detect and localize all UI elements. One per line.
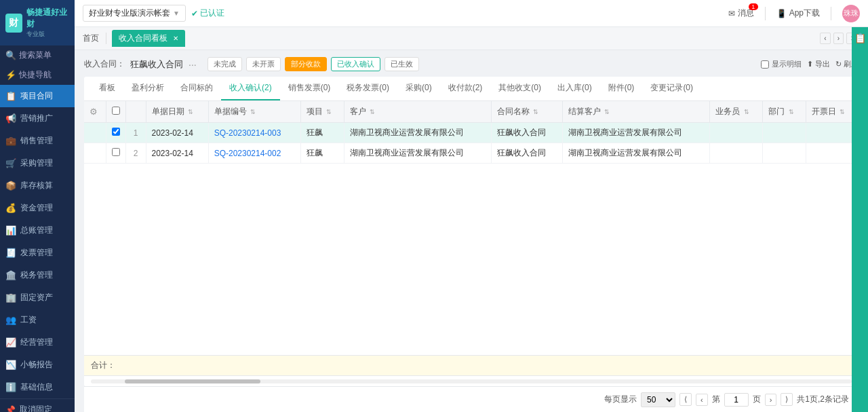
- col-salesman-header[interactable]: 业务员 ⇅: [710, 101, 763, 123]
- status-effective[interactable]: 已生效: [384, 57, 419, 71]
- col-date-header[interactable]: 单据日期 ⇅: [146, 101, 208, 123]
- divider: [765, 7, 766, 20]
- export-button[interactable]: ⬆ 导出: [807, 59, 830, 69]
- main-area: 好业财专业版演示帐套 ▼ ✔ 已认证 ✉ 消息 1 📱 App下载 珠珠: [75, 0, 868, 412]
- company-selector[interactable]: 好业财专业版演示帐套 ▼: [83, 5, 186, 22]
- scroll-thumb[interactable]: [125, 379, 260, 383]
- tab-prev-button[interactable]: ‹: [820, 33, 830, 44]
- show-detail-checkbox[interactable]: 显示明细: [761, 59, 802, 69]
- per-page-label: 每页显示: [604, 394, 637, 405]
- table-area: ⚙ 单据日期 ⇅ 单据编号: [84, 101, 859, 355]
- row1-date: 2023-02-14: [146, 123, 208, 143]
- marketing-icon: 📢: [5, 113, 16, 124]
- col-contract-name-header[interactable]: 合同名称 ⇅: [492, 101, 563, 123]
- row1-check[interactable]: [106, 123, 125, 143]
- sidebar-item-tax[interactable]: 🏛️ 税务管理: [0, 264, 75, 286]
- per-page-select[interactable]: 50 10 20 100: [641, 392, 675, 407]
- sidebar-item-inventory[interactable]: 📦 库存核算: [0, 174, 75, 197]
- app-download-button[interactable]: 📱 App下载: [776, 7, 820, 19]
- row2-check[interactable]: [106, 143, 125, 164]
- tab-sales-invoice[interactable]: 销售发票(0): [280, 77, 339, 100]
- right-panel-icon[interactable]: 📋: [852, 30, 869, 46]
- sidebar-item-capital[interactable]: 💰 资金管理: [0, 197, 75, 219]
- page-number-input[interactable]: [724, 393, 749, 407]
- open-date-sort-icon: ⇅: [840, 109, 845, 115]
- sidebar-item-invoice[interactable]: 🧾 发票管理: [0, 242, 75, 264]
- tab-kanban[interactable]: 看板: [91, 77, 123, 100]
- row2-settle-customer: 湖南卫视商业运营发展有限公司: [562, 143, 709, 164]
- sidebar-item-summary[interactable]: 📊 总账管理: [0, 219, 75, 242]
- contract-more-button[interactable]: ···: [189, 59, 197, 70]
- row2-code[interactable]: SQ-20230214-002: [208, 143, 300, 164]
- fixed-assets-icon: 🏢: [5, 293, 16, 303]
- prev-page-button[interactable]: ‹: [696, 394, 708, 406]
- basic-info-icon: ℹ️: [5, 382, 16, 392]
- sidebar-item-purchase[interactable]: 🛒 采购管理: [0, 152, 75, 174]
- col-settle-customer-header[interactable]: 结算客户 ⇅: [562, 101, 709, 123]
- sidebar-logo: 财 畅捷通好业财 专业版: [0, 0, 75, 45]
- pin-icon: 📌: [5, 405, 16, 413]
- quick-nav-item[interactable]: ⚡ 快捷导航: [0, 65, 75, 85]
- sidebar-item-marketing[interactable]: 📢 营销推广: [0, 107, 75, 130]
- home-tab[interactable]: 首页: [83, 33, 106, 44]
- search-menu-item[interactable]: 🔍 搜索菜单: [0, 45, 75, 65]
- first-page-button[interactable]: ⟨: [679, 393, 692, 406]
- col-code-header[interactable]: 单据编号 ⇅: [208, 101, 300, 123]
- show-detail-input[interactable]: [761, 60, 769, 69]
- tab-next-button[interactable]: ›: [833, 33, 844, 44]
- active-tab[interactable]: 收入合同看板 ✕: [112, 30, 185, 47]
- row1-customer: 湖南卫视商业运营发展有限公司: [344, 123, 491, 143]
- tab-contract-std[interactable]: 合同标的: [172, 77, 221, 100]
- tab-attachment[interactable]: 附件(0): [600, 77, 643, 100]
- tab-tax-invoice[interactable]: 税务发票(0): [338, 77, 397, 100]
- tab-income-confirm[interactable]: 收入确认(2): [221, 77, 280, 100]
- operation-icon: 📈: [5, 337, 16, 348]
- tab-label: 收入合同看板: [119, 33, 167, 44]
- status-confirmed[interactable]: 已收入确认: [331, 57, 380, 71]
- col-dept-header[interactable]: 部门 ⇅: [763, 101, 806, 123]
- table-row[interactable]: 2 2023-02-14 SQ-20230214-002 狂飙 湖南卫视商业运营…: [84, 143, 859, 164]
- tab-change-record[interactable]: 变更记录(0): [642, 77, 701, 100]
- status-not-invoiced[interactable]: 未开票: [246, 57, 281, 71]
- tab-other-income[interactable]: 其他收支(0): [490, 77, 549, 100]
- sidebar-item-operation[interactable]: 📈 经营管理: [0, 331, 75, 354]
- tab-purchase[interactable]: 采购(0): [397, 77, 440, 100]
- scroll-area[interactable]: [84, 375, 859, 386]
- topbar-right: ✉ 消息 1 📱 App下载 珠珠: [728, 5, 860, 22]
- row2-project: 狂飙: [300, 143, 344, 164]
- message-button[interactable]: ✉ 消息 1: [728, 7, 754, 19]
- main-panel: 看板 盈利分析 合同标的 收入确认(2) 销售发票(0) 税务发票(0) 采购(…: [84, 77, 859, 386]
- col-open-date-header[interactable]: 开票日 ⇅: [806, 101, 859, 123]
- sidebar-item-sales[interactable]: 💼 销售管理: [0, 130, 75, 152]
- row2-salesman: [710, 143, 763, 164]
- next-page-button[interactable]: ›: [765, 394, 777, 406]
- last-page-button[interactable]: ⟩: [781, 393, 793, 406]
- customer-sort-icon: ⇅: [370, 109, 375, 115]
- avatar: 珠珠: [842, 5, 860, 22]
- select-all-checkbox[interactable]: [112, 107, 120, 115]
- col-project-header[interactable]: 项目 ⇅: [300, 101, 344, 123]
- sidebar-item-hr[interactable]: 👥 工资: [0, 309, 75, 331]
- tab-payment[interactable]: 收付款(2): [440, 77, 491, 100]
- search-icon: 🔍: [5, 50, 16, 60]
- date-sort-icon: ⇅: [188, 109, 193, 115]
- table-row[interactable]: 1 2023-02-14 SQ-20230214-003 狂飙 湖南卫视商业运营…: [84, 123, 859, 143]
- project-icon: 📋: [5, 91, 16, 101]
- user-avatar-button[interactable]: 珠珠: [842, 5, 860, 22]
- settings-icon[interactable]: ⚙: [90, 107, 98, 117]
- row2-expand: [84, 143, 106, 164]
- status-partial-collected[interactable]: 部分收款: [285, 57, 327, 71]
- tab-close-button[interactable]: ✕: [173, 35, 178, 42]
- cancel-fixed-item[interactable]: 📌 取消固定: [0, 399, 75, 412]
- tab-profit[interactable]: 盈利分析: [123, 77, 172, 100]
- col-customer-header[interactable]: 客户 ⇅: [344, 101, 491, 123]
- nav-icon: ⚡: [5, 70, 16, 80]
- sidebar-item-basic-info[interactable]: ℹ️ 基础信息: [0, 376, 75, 398]
- sidebar-item-fixed-assets[interactable]: 🏢 固定资产: [0, 286, 75, 309]
- sidebar-item-report[interactable]: 📉 小畅报告: [0, 354, 75, 376]
- row1-code[interactable]: SQ-20230214-003: [208, 123, 300, 143]
- sidebar-item-project-contract[interactable]: 📋 项目合同: [0, 85, 75, 107]
- status-not-complete[interactable]: 未完成: [208, 57, 242, 71]
- tab-out-warehouse[interactable]: 出入库(0): [549, 77, 600, 100]
- message-badge: 1: [749, 3, 758, 10]
